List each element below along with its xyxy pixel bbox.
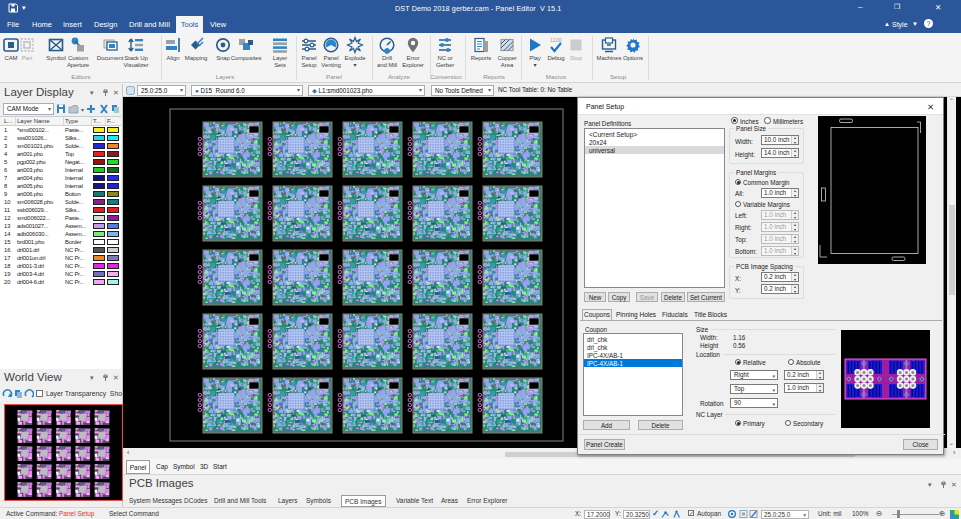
svg-text:1100: 1100 (550, 37, 562, 43)
svg-text:▾: ▾ (81, 107, 84, 113)
